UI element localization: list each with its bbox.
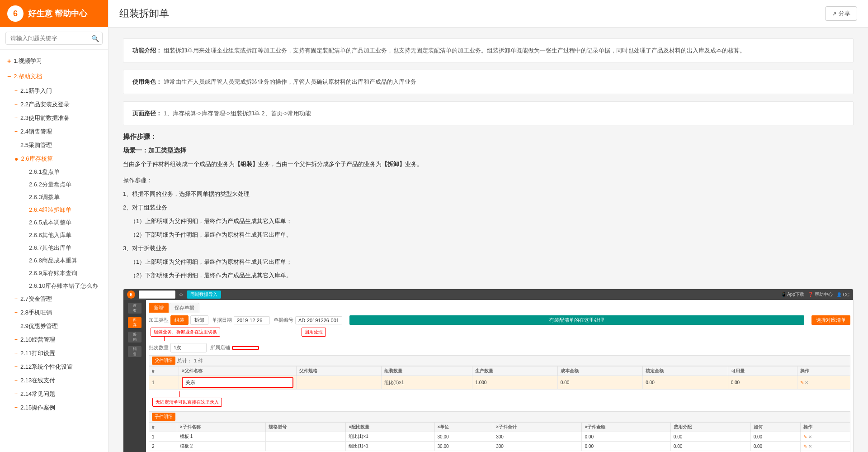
mock-cell-spec bbox=[296, 376, 381, 390]
sidebar-logo: 6 bbox=[7, 5, 24, 22]
mock-lower-row1-5: 0.00 bbox=[582, 432, 670, 442]
sidebar-leaf-2-6-4[interactable]: 2.6.4组装拆卸单 bbox=[7, 204, 108, 216]
page-title: 组装拆卸单 bbox=[119, 7, 169, 20]
mock-cell-ops: ✎ ✕ bbox=[797, 376, 850, 390]
mock-lower-row1-7: 0.00 bbox=[750, 432, 800, 442]
sidebar-leaf-2-6-3[interactable]: 2.6.3调拨单 bbox=[7, 191, 108, 204]
mock-type-label: 加工类型 bbox=[149, 317, 169, 324]
minus-icon: − bbox=[7, 73, 11, 80]
mock-type-disassemble[interactable]: 拆卸 bbox=[190, 315, 208, 325]
mock-date-group: 单据日期 2019-12-26 bbox=[212, 316, 270, 324]
plus-icon: + bbox=[14, 337, 18, 343]
mock-billno-group: 单据编号 AD-20191226-001 bbox=[274, 316, 342, 324]
sidebar-leaf-2-6-6[interactable]: 2.6.6其他入库单 bbox=[7, 229, 108, 242]
sidebar-leaf-2-6-10[interactable]: 2.6.10库存账本错了怎么办 bbox=[7, 280, 108, 292]
plus-icon: + bbox=[14, 142, 18, 148]
mock-lower-row1-4: 300 bbox=[493, 432, 582, 442]
sidebar-item-2-7[interactable]: + 2.7资金管理 bbox=[7, 292, 108, 306]
mock-lower-col-5: ×子件金额 bbox=[582, 423, 670, 432]
mock-nav-icon-4[interactable]: 销售 bbox=[128, 346, 142, 357]
sidebar-leaf-2-6-9[interactable]: 2.6.9库存账本查询 bbox=[7, 267, 108, 280]
sidebar-item-2-15[interactable]: + 2.15操作案例 bbox=[7, 401, 108, 414]
sidebar-item-2-4[interactable]: + 2.4销售管理 bbox=[7, 125, 108, 138]
mock-annotation-nofixed: 无固定清单可以直接在这里录入 bbox=[149, 390, 850, 409]
sidebar-item-2-8[interactable]: + 2.8手机旺铺 bbox=[7, 306, 108, 319]
mock-date-input[interactable]: 2019-12-26 bbox=[234, 316, 270, 324]
mock-del-icon[interactable]: ✕ bbox=[805, 380, 808, 385]
mock-type-assemble[interactable]: 组装 bbox=[170, 315, 189, 325]
mock-lower-panel-label: 子件明细 bbox=[152, 413, 175, 421]
mock-lower-del-icon[interactable]: ✕ bbox=[808, 434, 812, 439]
sidebar-leaf-2-6-1[interactable]: 2.6.1盘点单 bbox=[7, 166, 108, 178]
mock-tab-save[interactable]: 保存单据 bbox=[170, 303, 199, 313]
mock-type-selector: 组装 拆卸 bbox=[170, 315, 208, 325]
search-icon[interactable]: 🔍 bbox=[91, 35, 99, 42]
mock-edit-icon[interactable]: ✎ bbox=[800, 380, 804, 385]
mock-col-produce: 生产数量 bbox=[472, 366, 557, 376]
mock-lower-row2-edit[interactable]: ✎ bbox=[803, 444, 807, 449]
mock-cell-avail: 0.00 bbox=[728, 376, 797, 390]
mock-lower-table: # ×子件名称 规格型号 ×配比数量 ×单位 ×子件合计 ×子件金额 费用分配 bbox=[149, 422, 850, 452]
sidebar-item-2-6[interactable]: ● 2.6库存核算 bbox=[7, 152, 108, 166]
mock-col-avail: 可用量 bbox=[728, 366, 797, 376]
mock-lower-row2-4: 300 bbox=[493, 442, 582, 451]
sidebar-item-2-14[interactable]: + 2.14常见问题 bbox=[7, 387, 108, 401]
mock-type-group: 加工类型 组装 拆卸 bbox=[149, 315, 208, 325]
sidebar-item-2-11[interactable]: + 2.11打印设置 bbox=[7, 347, 108, 360]
mock-lower-row2-del[interactable]: ✕ bbox=[808, 444, 812, 449]
mock-lower-edit-icon[interactable]: ✎ bbox=[803, 434, 807, 439]
dropdown-arrow-icon: ▼ bbox=[170, 292, 174, 297]
sidebar-leaf-2-6-5[interactable]: 2.6.5成本调整单 bbox=[7, 216, 108, 229]
sidebar-item-help-docs[interactable]: − 2.帮助文档 bbox=[0, 69, 108, 84]
sidebar-item-2-12[interactable]: + 2.12系统个性化设置 bbox=[7, 360, 108, 374]
mock-nav-icon-1[interactable]: 首页 bbox=[128, 303, 142, 314]
sidebar-leaf-2-6-7[interactable]: 2.6.7其他出库单 bbox=[7, 242, 108, 254]
mock-content-area: 首页 库存 采购 销售 新增 保存单据 bbox=[123, 300, 853, 452]
mock-form-row-2: 批次数量 1次 所属店铺 bbox=[149, 343, 850, 352]
mock-billno-input[interactable]: AD-20191226-001 bbox=[295, 316, 342, 324]
sidebar-item-2-13[interactable]: + 2.13在线支付 bbox=[7, 374, 108, 387]
mock-date-label: 单据日期 bbox=[212, 317, 232, 324]
plus-icon: + bbox=[7, 57, 11, 65]
mock-app-icon: 📱 App下载 bbox=[781, 291, 804, 298]
sidebar-nav: + 1.视频学习 − 2.帮助文档 + 2.1新手入门 + 2.2产品安装及登录 bbox=[0, 50, 108, 452]
sidebar-item-2-5[interactable]: + 2.5采购管理 bbox=[7, 138, 108, 152]
share-button[interactable]: ↗ 分享 bbox=[825, 6, 857, 21]
user-role-text: 通常由生产人员或库管人员完成拆装业务的操作，库管人员确认原材料的出库和产成品的入… bbox=[164, 78, 416, 85]
mock-tab-new[interactable]: 新增 bbox=[149, 303, 169, 313]
mock-new-btn[interactable]: 同期数据导入 bbox=[187, 290, 221, 299]
mock-nav-icon-2[interactable]: 库存 bbox=[128, 317, 142, 328]
sidebar-item-2-3[interactable]: + 2.3使用前数据准备 bbox=[7, 111, 108, 125]
mock-cell-fixed: 0.00 bbox=[643, 376, 728, 390]
mock-select-btn[interactable]: 选择对应清单 bbox=[811, 315, 850, 325]
mock-lower-row2-6: 0.00 bbox=[670, 442, 750, 451]
mock-lower-row1-no: 1 bbox=[149, 432, 177, 442]
mock-name-input[interactable]: 关东 bbox=[182, 377, 293, 388]
search-input[interactable] bbox=[5, 32, 103, 45]
mock-org-input[interactable] bbox=[232, 346, 259, 350]
sidebar-item-2-1[interactable]: + 2.1新手入门 bbox=[7, 84, 108, 98]
sidebar-item-2-2[interactable]: + 2.2产品安装及登录 bbox=[7, 98, 108, 111]
sidebar-leaf-2-6-2[interactable]: 2.6.2分量盘点单 bbox=[7, 178, 108, 191]
sidebar-item-video-learning[interactable]: + 1.视频学习 bbox=[0, 53, 108, 69]
plus-icon: + bbox=[14, 115, 18, 121]
mock-company-dropdown[interactable]: TEST-H002 ▼ bbox=[139, 290, 175, 299]
mock-lower-row1-unit: 30.00 bbox=[434, 432, 493, 442]
plus-icon: + bbox=[14, 101, 18, 108]
plus-icon: + bbox=[14, 128, 18, 135]
sidebar-item-2-9[interactable]: + 2.9优惠券管理 bbox=[7, 319, 108, 333]
nav-section-2: − 2.帮助文档 + 2.1新手入门 + 2.2产品安装及登录 + 2.3使用前… bbox=[0, 69, 108, 414]
annotation-enable: 启用处理 bbox=[302, 328, 326, 341]
mock-col-name: ×父件名称 bbox=[179, 366, 297, 376]
mock-table-header-row: # ×父件名称 父件规格 组装数量 生产数量 成本金额 核定金额 可用量 操作 bbox=[149, 366, 850, 376]
mock-qty-input[interactable]: 1次 bbox=[170, 343, 207, 352]
mock-table-section: 父件明细 总计： 1 件 # ×父件名称 bbox=[149, 355, 850, 452]
mock-lower-header: 子件明细 bbox=[149, 411, 850, 422]
sidebar-leaf-2-6-8[interactable]: 2.6.8商品成本重算 bbox=[7, 254, 108, 267]
plus-icon: + bbox=[14, 323, 18, 329]
mock-nav-icon-3[interactable]: 采购 bbox=[128, 332, 142, 343]
sidebar-item-2-10[interactable]: + 2.10经营管理 bbox=[7, 333, 108, 347]
nav-section-1: + 1.视频学习 bbox=[0, 53, 108, 69]
table-row: 2 模板 2 组比(1)×1 30.00 300 0.00 0.00 0.00 bbox=[149, 442, 850, 451]
mock-top-bar-right: 📱 App下载 ❓ 帮助中心 👤 CC bbox=[781, 291, 849, 298]
